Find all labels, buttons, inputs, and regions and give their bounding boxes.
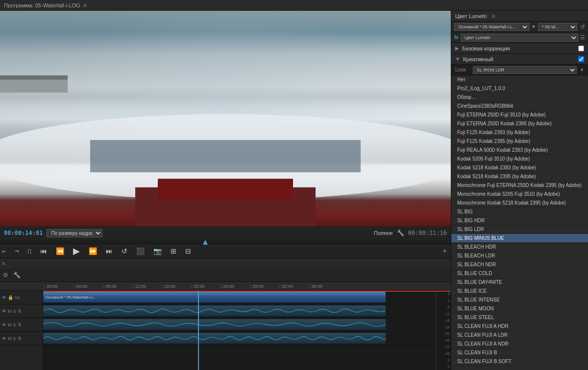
list-item[interactable]: Monochrome Fuji ETERNA 250D Kodak 2395 (… — [451, 181, 588, 190]
track-a2-mic[interactable]: 🎙 — [18, 323, 22, 327]
go-to-in-button[interactable]: ⏮ — [38, 246, 49, 256]
list-item[interactable]: Monochrome Kodak 5205 Fuji 3510 (by Adob… — [451, 190, 588, 199]
transport-bar: ⌐ ¬ ⎍ ⏮ ⏪ ▶ ⏩ ⏭ ↺ ⬛ 📷 ⊞ ⊟ + — [0, 244, 451, 258]
list-item[interactable]: SL BIG HDR — [451, 216, 588, 225]
list-item[interactable]: Нет — [451, 75, 588, 84]
dest-selector[interactable]: * 05-W... — [538, 23, 577, 31]
insert-button[interactable]: ⊞ — [169, 246, 178, 256]
mark-out-button[interactable]: ¬ — [13, 246, 21, 256]
track-a1-m[interactable]: M — [8, 309, 12, 314]
list-item[interactable]: SL BLUE ICE — [451, 287, 588, 296]
play-button[interactable]: ▶ — [71, 245, 82, 257]
list-item[interactable]: SL BLUE MOON — [451, 304, 588, 313]
program-menu-icon[interactable]: ≡ — [83, 2, 87, 9]
export-frame-button[interactable]: 📷 — [151, 246, 164, 256]
lumetri-menu-icon[interactable]: ≡ — [491, 13, 495, 20]
timeline-settings-icon[interactable]: ⚙ — [2, 271, 9, 279]
chevron-icon: ▼ — [531, 24, 536, 29]
mark-clip-button[interactable]: ⎍ — [25, 246, 33, 256]
step-back-button[interactable]: ⏪ — [54, 246, 66, 256]
settings-icon[interactable]: 🔧 — [397, 230, 404, 236]
timeline-menu-icon[interactable]: ≡ — [2, 260, 5, 266]
track-a2-m[interactable]: M — [8, 323, 12, 327]
track-a3-mic[interactable]: 🎙 — [18, 336, 22, 341]
list-item[interactable]: SL BLEACH HDR — [451, 243, 588, 252]
list-item[interactable]: SL BLEACH LDR — [451, 252, 588, 260]
timeline-wrench-icon[interactable]: 🔧 — [12, 271, 22, 279]
fx-selector[interactable]: Цвет Lumetri — [461, 34, 578, 42]
reset-icon[interactable]: ↺ — [580, 23, 585, 30]
track-a2-s[interactable]: S — [13, 323, 16, 327]
creative-section-checkbox[interactable] — [578, 56, 584, 62]
list-item[interactable]: SL CLEAN FUJI B SOFT — [451, 357, 588, 366]
list-item[interactable]: SL BLUE INTENSE — [451, 296, 588, 304]
time-ruler: :00:00 :04:00 :08:00 :12:00 :16:00 :20:0… — [0, 282, 451, 291]
list-item[interactable]: SL CLEAN FUJI A LDR — [451, 331, 588, 340]
list-item[interactable]: Обзор... — [451, 93, 588, 102]
overwrite-button[interactable]: ⊟ — [183, 246, 193, 256]
db-label-s1: S — [438, 358, 450, 362]
track-a3-m[interactable]: M — [8, 336, 12, 341]
list-item[interactable]: SL CLEAN FUJI B — [451, 348, 588, 357]
go-to-out-button[interactable]: ⏭ — [104, 246, 115, 256]
list-item[interactable]: SL BLEACH NDR — [451, 260, 588, 269]
list-item[interactable]: SL BLUE STEEL — [451, 313, 588, 322]
step-forward-button[interactable]: ⏩ — [87, 246, 99, 256]
list-item[interactable]: Fuji REALA 500D Kodak 2393 (by Adobe) — [451, 146, 588, 155]
creative-expand-icon[interactable]: ▼ — [455, 56, 460, 62]
db-label-6: 6 — [438, 292, 450, 296]
list-item[interactable]: SL BLUE DAY4NITE — [451, 278, 588, 287]
look-selector[interactable]: SL IRON LDR — [473, 66, 577, 74]
list-item[interactable]: CineSpace2383sRGB8bit — [451, 102, 588, 111]
track-a3-s[interactable]: S — [13, 336, 16, 341]
list-item[interactable]: Kodak 5205 Fuji 3510 (by Adobe) — [451, 155, 588, 163]
audio-clip-2[interactable] — [43, 319, 386, 330]
add-track-button[interactable]: + — [442, 247, 447, 255]
fx-options-icon[interactable]: ☰ — [580, 34, 585, 41]
audio-clip-1[interactable] — [43, 305, 386, 316]
db-label-0: 0 — [438, 299, 450, 303]
track-a1-eye[interactable]: 👁 — [2, 309, 6, 314]
list-item[interactable]: Fuji ETERNA 250D Fuji 3510 (by Adobe) — [451, 111, 588, 119]
video-controls-bar: 00:00:14:01 По размеру кадра Полное 🔧 00… — [0, 226, 451, 240]
cam-button[interactable]: ⬛ — [134, 246, 147, 256]
list-item[interactable]: SL CLEAN FUJI A HDR — [451, 322, 588, 331]
lumetri-panel: Цвет Lumetri ≡ Основной * 05-Waterfall-i… — [451, 11, 588, 370]
track-lock-icon[interactable]: 🔒 — [8, 295, 13, 300]
list-item[interactable]: Monochrome Kodak 5218 Kodak 2395 (by Ado… — [451, 199, 588, 208]
list-item[interactable]: Kodak 5218 Kodak 2383 (by Adobe) — [451, 163, 588, 172]
list-item[interactable]: SL BIG — [451, 208, 588, 216]
list-item[interactable]: Kodak 5218 Kodak 2395 (by Adobe) — [451, 172, 588, 181]
main-area: 00:00:14:01 По размеру кадра Полное 🔧 00… — [0, 11, 588, 370]
list-item[interactable]: SL BLUE COLD — [451, 269, 588, 278]
track-a1-s[interactable]: S — [13, 309, 16, 314]
look-dropdown-list[interactable]: НетPro2_iLog_LUT_1.0.0Обзор...CineSpace2… — [451, 75, 588, 370]
fx-row: fx Цвет Lumetri ☰ — [451, 32, 588, 43]
loop-button[interactable]: ↺ — [120, 246, 129, 256]
track-a3-eye[interactable]: 👁 — [2, 336, 6, 341]
mark-in-button[interactable]: ⌐ — [0, 246, 8, 256]
ruler-mark-1: :04:00 — [74, 284, 103, 289]
list-item[interactable]: SL BIG LDR — [451, 225, 588, 234]
list-item[interactable]: Fuji F125 Kodak 2395 (by Adobe) — [451, 137, 588, 146]
source-selector[interactable]: Основной * 05-Waterfall-i-L... — [454, 23, 529, 31]
track-label-video: 👁 🔒 V1 — [0, 291, 43, 304]
basic-section-title: Базовая коррекция — [462, 46, 510, 51]
audio-clip-3[interactable] — [43, 333, 386, 344]
playhead-scrub-bar[interactable] — [0, 240, 451, 244]
zoom-label: Полное — [374, 230, 393, 236]
db-label-minus6: -6 — [438, 305, 450, 309]
list-item[interactable]: SL BIG MINUS BLUE — [451, 234, 588, 243]
track-a2-eye[interactable]: 👁 — [2, 323, 6, 327]
basic-expand-icon[interactable]: ▶ — [455, 46, 459, 51]
list-item[interactable]: Fuji F125 Kodak 2393 (by Adobe) — [451, 128, 588, 137]
fit-selector[interactable]: По размеру кадра — [47, 229, 102, 237]
list-item[interactable]: SL CLEAN FUJI A NDR — [451, 340, 588, 348]
list-item[interactable]: Pro2_iLog_LUT_1.0.0 — [451, 84, 588, 93]
track-a1-mic[interactable]: 🎙 — [18, 309, 22, 314]
track-eye-icon[interactable]: 👁 — [2, 295, 6, 300]
basic-section-checkbox[interactable] — [578, 46, 584, 51]
ruler-mark-7: :28:00 — [250, 284, 279, 289]
list-item[interactable]: Fuji ETERNA 250D Kodak 2395 (by Adobe) — [451, 119, 588, 128]
video-clip[interactable]: Основной * 05-Waterfall-i-L... — [43, 292, 386, 302]
